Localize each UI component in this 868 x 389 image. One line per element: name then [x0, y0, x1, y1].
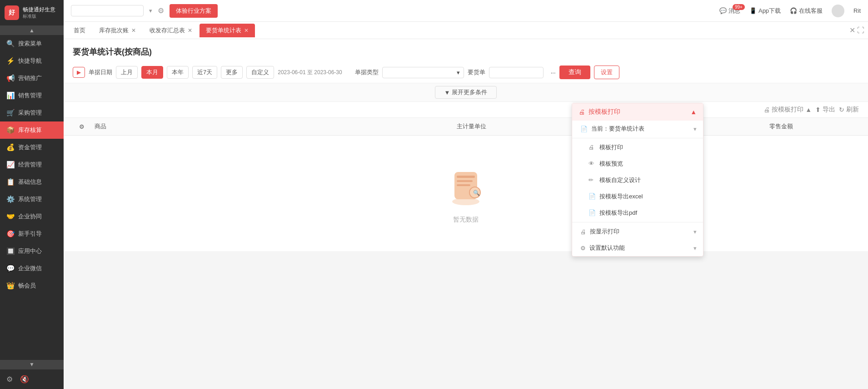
sidebar-item-operation[interactable]: 📈 经营管理: [0, 156, 64, 173]
more-options-icon[interactable]: ···: [551, 69, 556, 76]
page-header: 要货单统计表(按商品): [64, 39, 868, 62]
print-header-icon: 🖨: [579, 108, 585, 116]
tab-requisition-stats-close[interactable]: ✕: [244, 27, 249, 34]
topbar-chevron-icon[interactable]: ▾: [149, 7, 152, 14]
tab-inventory-batch[interactable]: 库存批次账 ✕: [93, 24, 142, 37]
template-print-icon: 🖨: [589, 144, 596, 151]
sidebar-item-member[interactable]: 👑 畅会员: [0, 277, 64, 294]
display-print-label: 按显示打印: [590, 227, 619, 236]
tab-receipt-summary[interactable]: 收发存汇总表 ✕: [143, 24, 199, 37]
sidebar-app-center-label: 应用中心: [18, 247, 42, 255]
sidebar-item-enterprise[interactable]: 🤝 企业协同: [0, 208, 64, 225]
purchase-icon: 🛒: [6, 109, 15, 117]
empty-state: 🔍 暂无数据: [64, 136, 868, 251]
export-icon: ⬆: [815, 106, 821, 113]
sidebar-item-basic[interactable]: 📋 基础信息: [0, 173, 64, 191]
tab-maximize-btn[interactable]: ⛶: [857, 26, 864, 35]
sidebar-item-app-center[interactable]: 🔲 应用中心: [0, 242, 64, 260]
table-header: ⚙ 商品 主计量单位 主数量 零售金额: [64, 118, 868, 136]
template-design-item[interactable]: ✏ 模板自定义设计: [572, 172, 703, 188]
sidebar-item-newbie[interactable]: 🎯 新手引导: [0, 225, 64, 242]
topbar-gear-icon[interactable]: ⚙: [158, 6, 164, 15]
current-template-chevron: ▾: [693, 126, 697, 132]
empty-text: 暂无数据: [453, 216, 479, 224]
display-print-icon: 🖨: [580, 228, 586, 235]
type-filter-select[interactable]: ▾: [382, 67, 464, 78]
sidebar-item-marketing[interactable]: 📢 营销推广: [0, 70, 64, 87]
filter-date-more[interactable]: 更多: [221, 66, 243, 79]
print-dropdown-title-area: 🖨 按模板打印: [579, 108, 620, 116]
operation-icon: 📈: [6, 161, 15, 169]
marketing-icon: 📢: [6, 74, 15, 82]
settings-bottom-icon[interactable]: ⚙: [6, 375, 13, 384]
tab-receipt-summary-label: 收发存汇总表: [150, 26, 185, 35]
expand-conditions-row: ▼ 展开更多条件: [64, 83, 868, 102]
sidebar-item-system[interactable]: ⚙️ 系统管理: [0, 191, 64, 208]
print-dropdown-panel: 🖨 按模板打印 ▲ 📄 当前：要货单统计表 ▾ 🖨 模板打印: [572, 103, 703, 257]
online-service-button[interactable]: 🎧 在线客服: [790, 7, 823, 15]
user-avatar[interactable]: [832, 5, 844, 17]
page-title: 要货单统计表(按商品): [73, 46, 152, 57]
template-print-item[interactable]: 🖨 模板打印: [572, 139, 703, 156]
filter-date-custom[interactable]: 自定义: [246, 66, 274, 79]
table-col-settings[interactable]: ⚙: [73, 119, 91, 135]
sidebar-item-wx[interactable]: 💬 企业微信: [0, 260, 64, 277]
basic-icon: 📋: [6, 178, 15, 186]
template-excel-item[interactable]: 📄 按模板导出excel: [572, 188, 703, 205]
set-default-label: 设置默认功能: [589, 244, 625, 252]
sidebar-scroll-up[interactable]: ▲: [0, 26, 64, 35]
template-preview-item[interactable]: 👁 模板预览: [572, 156, 703, 172]
refresh-button[interactable]: ↻ 刷新: [839, 106, 859, 114]
template-excel-icon: 📄: [589, 193, 596, 200]
mute-bottom-icon[interactable]: 🔇: [20, 375, 29, 384]
date-range-display: 2023-06-01 至 2023-06-30: [278, 69, 342, 76]
print-template-button[interactable]: 🖨 按模板打印 ▲: [763, 106, 812, 114]
sidebar-item-sales[interactable]: 📊 销售管理: [0, 87, 64, 104]
filter-date-this-year[interactable]: 本年: [167, 66, 189, 79]
settings-button[interactable]: 设置: [594, 66, 619, 79]
refresh-icon: ↻: [839, 106, 844, 113]
sidebar-item-quick-nav[interactable]: ⚡ 快捷导航: [0, 52, 64, 70]
page-inner: 要货单统计表(按商品) ▶ 单据日期 上月 本月 本年 近7天 更多 自定义 2…: [64, 39, 868, 251]
export-button[interactable]: ⬆ 导出: [815, 106, 835, 114]
app-download-button[interactable]: 📱 App下载: [749, 7, 781, 15]
date-filter-label: 单据日期: [89, 68, 112, 76]
tab-receipt-summary-close[interactable]: ✕: [188, 27, 192, 34]
print-current-template[interactable]: 📄 当前：要货单统计表 ▾: [572, 121, 703, 137]
goods-filter-label: 要货单: [468, 68, 485, 76]
experience-button[interactable]: 体验行业方案: [170, 4, 218, 18]
template-print-label: 模板打印: [599, 143, 623, 152]
filter-date-this-month[interactable]: 本月: [141, 66, 163, 79]
goods-filter-input[interactable]: [489, 67, 544, 78]
sidebar-scroll-down[interactable]: ▼: [0, 360, 64, 369]
display-print-chevron: ▾: [693, 228, 697, 235]
tab-inventory-batch-close[interactable]: ✕: [131, 27, 136, 34]
set-default-item[interactable]: ⚙ 设置默认功能 ▾: [572, 240, 703, 256]
print-dropdown-header[interactable]: 🖨 按模板打印 ▲: [572, 103, 703, 121]
filter-bar: ▶ 单据日期 上月 本月 本年 近7天 更多 自定义 2023-06-01 至 …: [64, 62, 868, 83]
sidebar-search-label: 搜索菜单: [18, 40, 42, 48]
sidebar-item-purchase[interactable]: 🛒 采购管理: [0, 104, 64, 121]
expand-conditions-button[interactable]: ▼ 展开更多条件: [435, 86, 497, 99]
sidebar-item-search[interactable]: 🔍 搜索菜单: [0, 35, 64, 52]
main-content: ▾ ⚙ 体验行业方案 💬 消息 99+ 📱 App下载 🎧 在线客服 Rit 首…: [64, 0, 868, 389]
tab-requisition-stats[interactable]: 要货单统计表 ✕: [200, 24, 255, 37]
message-icon: 💬: [719, 7, 727, 14]
sidebar-wx-label: 企业微信: [18, 264, 42, 273]
display-print-item[interactable]: 🖨 按显示打印 ▾: [572, 223, 703, 240]
message-button[interactable]: 💬 消息 99+: [719, 7, 740, 15]
tab-home[interactable]: 首页: [67, 24, 92, 37]
query-button[interactable]: 查询: [559, 66, 590, 79]
template-pdf-item[interactable]: 📄 按模板导出pdf: [572, 205, 703, 221]
tab-minimize-btn[interactable]: ✕: [849, 26, 855, 35]
sidebar-item-finance[interactable]: 💰 资金管理: [0, 139, 64, 156]
topbar-search-input[interactable]: [71, 5, 144, 16]
sidebar-newbie-label: 新手引导: [18, 230, 42, 238]
filter-date-7days[interactable]: 近7天: [192, 66, 217, 79]
print-dropdown-collapse-icon[interactable]: ▲: [690, 108, 697, 116]
template-design-icon: ✏: [589, 177, 596, 184]
print-dropdown-title: 按模板打印: [589, 108, 620, 116]
filter-date-last-month[interactable]: 上月: [116, 66, 138, 79]
sidebar-item-inventory[interactable]: 📦 库存核算: [0, 121, 64, 139]
filter-expand-toggle[interactable]: ▶: [73, 67, 85, 78]
